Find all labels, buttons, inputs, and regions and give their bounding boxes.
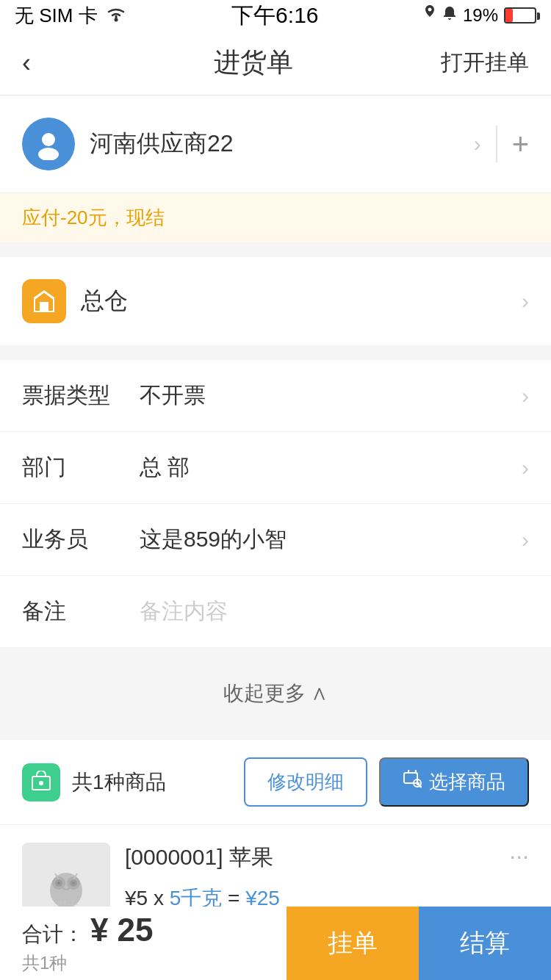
remark-label: 备注: [22, 597, 125, 627]
product-title: 苹果: [229, 845, 273, 869]
checkout-button[interactable]: 结算: [419, 907, 551, 980]
hang-button[interactable]: 挂单: [287, 907, 419, 980]
invoice-type-row[interactable]: 票据类型 不开票 ›: [0, 360, 551, 432]
total-row: 合计： ¥ 25: [22, 912, 264, 948]
status-right: 19%: [423, 5, 536, 26]
svg-point-16: [57, 882, 60, 884]
add-supplier-button[interactable]: +: [512, 128, 529, 161]
invoice-type-value: 不开票: [125, 381, 522, 411]
alarm-icon: [442, 5, 457, 26]
collapse-more-button[interactable]: 收起更多 ∧: [0, 662, 551, 725]
warehouse-name: 总仓: [81, 285, 522, 317]
form-card: 票据类型 不开票 › 部门 总 部 › 业务员 这是859的小智 › 备注 备注…: [0, 360, 551, 647]
content-area: 河南供应商22 › + 应付-20元，现结 总仓 › 票据类型 不开票 › 部门…: [0, 96, 551, 980]
svg-point-1: [42, 133, 55, 146]
total-area: 合计： ¥ 25 共1种: [0, 912, 287, 975]
supplier-chevron-icon: ›: [474, 131, 481, 156]
notice-banner: 应付-20元，现结: [0, 193, 551, 242]
invoice-type-label: 票据类型: [22, 381, 125, 411]
bottom-bar: 合计： ¥ 25 共1种 挂单 结算: [0, 907, 551, 980]
back-button[interactable]: ‹: [22, 48, 66, 79]
battery-percent: 19%: [463, 5, 498, 26]
supplier-row[interactable]: 河南供应商22 › +: [0, 96, 551, 193]
product-header-icon: [22, 763, 60, 801]
select-product-icon: [403, 770, 422, 794]
location-icon: [423, 5, 436, 26]
modify-detail-button[interactable]: 修改明细: [244, 757, 367, 807]
warehouse-icon: [22, 279, 66, 323]
select-product-button[interactable]: 选择商品: [379, 757, 529, 807]
supplier-card: 河南供应商22 › + 应付-20元，现结: [0, 96, 551, 242]
product-info: [0000001] 苹果 ¥5 x 5千克 = ¥25: [125, 843, 502, 912]
product-header: 共1种商品 修改明细 选择商品: [0, 740, 551, 825]
supplier-name: 河南供应商22: [90, 128, 474, 160]
dept-row[interactable]: 部门 总 部 ›: [0, 432, 551, 504]
select-product-label: 选择商品: [429, 769, 505, 795]
total-label: 合计：: [22, 923, 84, 945]
carrier-text: 无 SIM 卡: [15, 3, 98, 29]
warehouse-chevron-icon: ›: [522, 289, 529, 314]
supplier-divider: [496, 126, 497, 162]
total-amount: ¥ 25: [90, 912, 154, 948]
status-bar: 无 SIM 卡 下午6:16 19%: [0, 0, 551, 31]
remark-value: 备注内容: [125, 597, 529, 627]
product-code: [0000001]: [125, 845, 223, 869]
svg-point-5: [39, 781, 43, 785]
svg-point-0: [114, 18, 118, 21]
status-time: 下午6:16: [231, 1, 318, 31]
status-left: 无 SIM 卡: [15, 3, 127, 29]
svg-point-2: [38, 148, 59, 160]
remark-row[interactable]: 备注 备注内容: [0, 576, 551, 647]
svg-rect-3: [40, 302, 48, 312]
wifi-icon: [105, 4, 127, 27]
dept-value: 总 部: [125, 453, 522, 483]
open-hang-button[interactable]: 打开挂单: [441, 48, 529, 78]
battery-icon: [504, 7, 536, 24]
staff-chevron-icon: ›: [522, 527, 529, 552]
dept-label: 部门: [22, 453, 125, 483]
staff-label: 业务员: [22, 525, 125, 555]
staff-row[interactable]: 业务员 这是859的小智 ›: [0, 504, 551, 576]
page-title: 进货单: [214, 45, 293, 81]
warehouse-row[interactable]: 总仓 ›: [0, 257, 551, 345]
supplier-avatar: [22, 118, 75, 170]
staff-value: 这是859的小智: [125, 525, 522, 555]
nav-bar: ‹ 进货单 打开挂单: [0, 31, 551, 96]
svg-point-17: [72, 882, 75, 884]
product-name: [0000001] 苹果: [125, 843, 502, 873]
product-more-button[interactable]: ···: [502, 843, 529, 870]
invoice-type-chevron-icon: ›: [522, 383, 529, 408]
svg-rect-6: [404, 773, 417, 783]
dept-chevron-icon: ›: [522, 455, 529, 480]
product-count-text: 共1种商品: [72, 768, 244, 796]
total-sub-label: 共1种: [22, 951, 264, 975]
